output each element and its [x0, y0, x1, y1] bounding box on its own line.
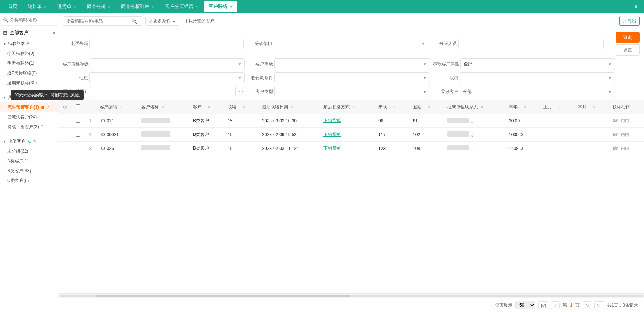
last-page-btn[interactable]: ▷|	[594, 301, 604, 309]
scroll-thumb[interactable]	[96, 295, 350, 297]
horizontal-scrollbar[interactable]	[58, 293, 644, 298]
search-input[interactable]	[66, 19, 131, 24]
col-header-unit-contact[interactable]: 往来单位联系人 ⇅	[444, 100, 506, 114]
close-goods-analysis-list-tab[interactable]: ×	[152, 4, 154, 9]
sidebar-item-week-contact[interactable]: 近7天待联络(0)	[0, 68, 58, 78]
row3-method[interactable]: 下销货单	[321, 142, 375, 155]
row2-action-phone-icon[interactable]: ☎	[612, 132, 618, 137]
select-all-checkbox[interactable]	[76, 104, 80, 109]
col-header-this-month[interactable]: 本月... ⇅	[575, 100, 609, 114]
tab-customer-tier[interactable]: 客户分层经营 ×	[160, 1, 203, 12]
sort-icon-this-month: ⇅	[593, 105, 596, 109]
filter-select-scattered[interactable]: 全部 ▼	[460, 86, 615, 97]
row2-action-more-icon[interactable]: ⊞⊞	[621, 132, 629, 137]
my-customers-checkbox[interactable]	[182, 19, 187, 23]
col-header-overdue[interactable]: 逾期... ⇅	[410, 100, 444, 114]
close-sales-tab[interactable]: ×	[44, 4, 46, 9]
col-header-last-month[interactable]: 上月... ⇅	[540, 100, 575, 114]
filter-field-dept: 分管部门 ▼	[247, 39, 428, 49]
filter-more-btn[interactable]: ▽ 更多条件 ▲	[145, 16, 179, 26]
tab-home[interactable]: 首页	[3, 1, 23, 12]
tab-purchase[interactable]: 进货单 ×	[52, 1, 81, 12]
sidebar-item-b-class[interactable]: B类客户(33)	[0, 166, 58, 176]
row1-method[interactable]: 下销货单	[321, 114, 375, 128]
sidebar-item-tomorrow-contact[interactable]: 明天待联络(1)	[0, 58, 58, 68]
tab-goods-analysis-list[interactable]: 商品分析列表 ×	[116, 1, 159, 12]
region-dots[interactable]: ···	[237, 88, 245, 95]
per-page-select[interactable]: 50 20 100	[515, 301, 535, 309]
row1-unit-contact: ...	[444, 114, 506, 128]
sidebar-all-customers[interactable]: ⊞ 全部客户 «	[0, 27, 58, 38]
first-page-btn[interactable]: |◁	[538, 301, 548, 309]
sidebar-item-c-class[interactable]: C类客户(6)	[0, 176, 58, 186]
close-customer-link-tab[interactable]: ×	[230, 4, 232, 9]
tab-customer-link[interactable]: 客户联络 ×	[204, 1, 237, 12]
sidebar-section-value-title[interactable]: ▼ 价值客户 ↻ ✎	[0, 137, 58, 146]
row1-action-phone-icon[interactable]: ☎	[612, 118, 618, 123]
sidebar-search-input[interactable]	[10, 17, 58, 23]
col-header-customer-name[interactable]: 客户名称 ⇅	[138, 100, 190, 114]
filter-select-payment[interactable]: ▼	[274, 72, 430, 83]
search-execute-icon[interactable]: 🔍	[131, 18, 137, 24]
question-icon-3[interactable]: ?	[41, 125, 43, 129]
filter-select-dept[interactable]: ▼	[274, 39, 428, 49]
filter-select-customer-type[interactable]: ▼	[274, 86, 430, 97]
col-header-last-contact-method[interactable]: 最后联络方式 ⇅	[321, 100, 375, 114]
row1-type: B类客户	[190, 114, 225, 128]
question-icon-2[interactable]: ?	[39, 115, 41, 119]
manager-dots[interactable]: ···	[605, 41, 613, 47]
tab-goods-analysis[interactable]: 商品分析 ×	[82, 1, 115, 12]
col-header-settings[interactable]: ⚙	[58, 100, 71, 114]
row3-select-checkbox[interactable]	[76, 146, 80, 150]
row2-method[interactable]: 下销货单	[321, 128, 375, 142]
filter-select-status[interactable]: ▼	[460, 72, 615, 83]
close-customer-tier-tab[interactable]: ×	[196, 4, 198, 9]
next-page-btn[interactable]: ▷	[583, 301, 591, 309]
sidebar-item-already-churn[interactable]: 已流失客户(24) ?	[0, 112, 58, 122]
row3-action-more-icon[interactable]: ⊞⊞	[621, 146, 629, 151]
payment-arrow: ▼	[423, 76, 427, 80]
filter-select-region[interactable]	[90, 86, 236, 97]
filter-select-scattered-attr[interactable]: 全部 ▼	[460, 58, 615, 69]
filter-select-customer-tier[interactable]: ▼	[274, 58, 430, 69]
sidebar-item-declining[interactable]: 持续下滑客户(2) ?	[0, 122, 58, 132]
scroll-track[interactable]	[60, 295, 643, 297]
filter-select-manager[interactable]	[458, 39, 604, 49]
refresh-value-icon[interactable]: ↻	[28, 139, 32, 144]
sidebar-item-a-class[interactable]: A类客户(1)	[0, 156, 58, 166]
close-all-tabs[interactable]: ✕	[631, 3, 641, 10]
filter-select-price-tier[interactable]: ▼	[90, 58, 245, 69]
row1-select-checkbox[interactable]	[76, 118, 80, 123]
question-icon[interactable]: ?	[47, 105, 49, 109]
row2-select-checkbox[interactable]	[76, 132, 80, 137]
sidebar-item-overdue-contact[interactable]: 逾期未联络(30)	[0, 78, 58, 88]
filter-input-phone[interactable]	[89, 39, 244, 49]
query-button[interactable]: 查询	[616, 32, 640, 43]
close-purchase-tab[interactable]: ×	[73, 4, 76, 9]
table-settings-icon[interactable]: ⚙	[63, 105, 67, 110]
col-header-last-contact-date[interactable]: 最后联络日期 ⇅	[259, 100, 321, 114]
content-area: 🔍 ▽ 更多条件 ▲ 我分管的客户 ↗ 导出 电话号码	[58, 13, 644, 312]
row3-action-phone-icon[interactable]: ☎	[612, 146, 618, 151]
sidebar-item-ungroup[interactable]: 未分组(32)	[0, 146, 58, 156]
export-btn[interactable]: ↗ 导出	[619, 16, 640, 26]
table-footer: 每页显示 50 20 100 |◁ ◁ 第 1 页 ▷ ▷| 共1页，3条记录	[58, 298, 644, 312]
sidebar-item-today-contact[interactable]: 今天待联络(0)	[0, 49, 58, 58]
settings-button[interactable]: 设置	[616, 44, 640, 56]
filter-select-nature[interactable]: ▼	[89, 72, 245, 83]
my-customers-check[interactable]: 我分管的客户	[182, 18, 214, 24]
sidebar-collapse-btn[interactable]: «	[53, 31, 55, 35]
col-header-customer-type[interactable]: 客户... ⇅	[190, 100, 225, 114]
prev-page-btn[interactable]: ◁	[551, 301, 560, 309]
col-header-customer-code[interactable]: 客户编码 ⇅	[97, 100, 139, 114]
row1-action-more-icon[interactable]: ⊞⊞	[621, 118, 629, 123]
total-records-label: 共1页，3条记录	[607, 302, 638, 308]
col-header-uncontacted[interactable]: 未联... ⇅	[375, 100, 410, 114]
edit-value-icon[interactable]: ✎	[33, 139, 37, 144]
sidebar-item-churn-warning[interactable]: 流失预警客户(3) ?	[0, 102, 58, 112]
col-header-contact[interactable]: 联络... ⇅	[225, 100, 259, 114]
tab-sales[interactable]: 销售单 ×	[23, 1, 51, 12]
col-header-this-year[interactable]: 本年... ⇅	[506, 100, 540, 114]
close-goods-analysis-tab[interactable]: ×	[108, 4, 110, 9]
sidebar-section-pending-title[interactable]: ▼ 待联络客户	[0, 39, 58, 49]
